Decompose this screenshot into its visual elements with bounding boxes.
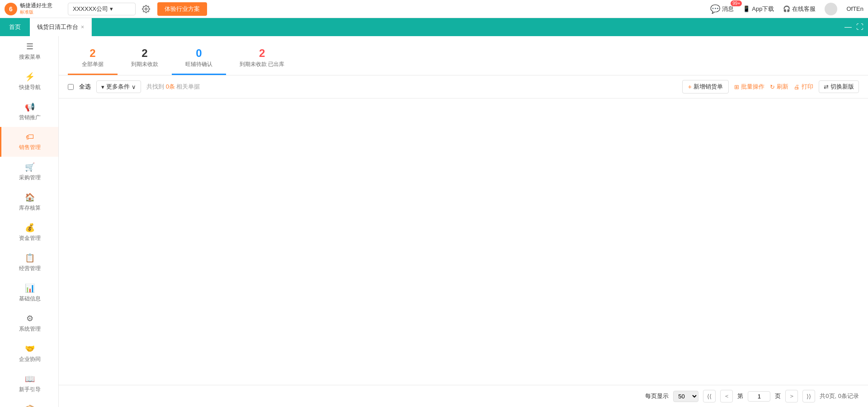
header-right: 💬 消息 99+ 📱 App下载 🎧 在线客服 OfTEn — [710, 3, 863, 15]
sidebar-item-quick-nav[interactable]: ⚡ 快捷导航 — [0, 66, 58, 97]
logo-icon: 6 — [5, 3, 17, 15]
chevron-down-icon: ▾ — [110, 5, 113, 12]
operation-icon: 📋 — [25, 253, 35, 263]
notification-area[interactable]: 💬 消息 99+ — [710, 4, 734, 14]
finance-icon: 💰 — [25, 223, 35, 233]
sidebar: ☰ 搜索菜单 ⚡ 快捷导航 📢 营销推广 🏷 销售管理 🛒 采购管理 🏠 库存核… — [0, 36, 59, 407]
toolbar: 全选 ▾ 更多条件 ∨ 共找到 0条 相关单据 + 新增销货单 ⊞ 批量操作 — [59, 75, 868, 98]
sidebar-label-inventory: 库存核算 — [19, 204, 41, 212]
table-area — [59, 98, 868, 385]
result-suffix: 相关单据 — [176, 83, 200, 90]
online-service-label: 在线客服 — [792, 5, 816, 13]
sidebar-item-guide[interactable]: 📖 新手引导 — [0, 369, 58, 399]
next-page-button[interactable]: ＞ — [785, 390, 798, 402]
chevron-icon: ∨ — [132, 84, 136, 90]
sidebar-item-operation[interactable]: 📋 经营管理 — [0, 248, 58, 278]
sidebar-item-finance[interactable]: 💰 资金管理 — [0, 217, 58, 248]
per-page-select[interactable]: 50 20 100 — [673, 391, 698, 402]
notification-icon: 💬 — [710, 4, 720, 14]
prev-page-button[interactable]: ＜ — [720, 390, 733, 402]
sidebar-item-sales[interactable]: 🏷 销售管理 — [0, 127, 58, 157]
logo-badge: 标准版 — [20, 9, 52, 15]
svg-point-0 — [145, 8, 147, 10]
company-name: XXXXXX公司 — [73, 5, 108, 13]
sidebar-label-quick-nav: 快捷导航 — [19, 84, 41, 91]
app-download-button[interactable]: 📱 App下载 — [743, 5, 774, 13]
stat-tab-all[interactable]: 2 全部单据 — [68, 43, 118, 75]
sidebar-item-purchase[interactable]: 🛒 采购管理 — [0, 157, 58, 187]
plus-icon: + — [688, 83, 692, 90]
page-input[interactable] — [748, 391, 770, 402]
refresh-button[interactable]: ↻ 刷新 — [770, 83, 788, 91]
tab-minimize-icon[interactable]: — — [844, 23, 852, 31]
last-page-button[interactable]: ⟩⟩ — [802, 390, 815, 402]
select-all-checkbox[interactable] — [68, 84, 74, 90]
user-avatar[interactable] — [825, 3, 837, 15]
stat-tab-overdue[interactable]: 2 到期未收款 — [118, 43, 172, 75]
print-button[interactable]: 🖨 打印 — [794, 83, 813, 91]
tab-workbench[interactable]: 钱货日清工作台 × — [30, 18, 92, 36]
mobile-icon: 📱 — [743, 5, 750, 12]
online-service-button[interactable]: 🎧 在线客服 — [783, 5, 816, 13]
tab-maximize-icon[interactable]: ⛶ — [856, 23, 863, 31]
experience-button[interactable]: 体验行业方案 — [157, 2, 207, 16]
main-layout: ☰ 搜索菜单 ⚡ 快捷导航 📢 营销推广 🏷 销售管理 🛒 采购管理 🏠 库存核… — [0, 36, 868, 407]
inventory-icon: 🏠 — [25, 192, 35, 202]
page-label: 第 — [737, 392, 743, 400]
switch-label: 切换新版 — [830, 83, 854, 91]
guide-icon: 📖 — [25, 374, 35, 384]
refresh-label: 刷新 — [777, 83, 788, 91]
stats-tabs: 2 全部单据 2 到期未收款 0 旺辅待确认 2 到期未收款 已出库 — [59, 36, 868, 75]
company-selector[interactable]: XXXXXX公司 ▾ — [68, 3, 136, 15]
sidebar-item-inventory[interactable]: 🏠 库存核算 — [0, 187, 58, 217]
switch-version-button[interactable]: ⇄ 切换新版 — [819, 80, 859, 93]
quick-nav-icon: ⚡ — [25, 72, 35, 82]
tab-home[interactable]: 首页 — [0, 18, 30, 36]
purchase-icon: 🛒 — [25, 162, 35, 172]
print-icon: 🖨 — [794, 84, 800, 90]
print-label: 打印 — [802, 83, 813, 91]
headset-icon: 🎧 — [783, 5, 790, 12]
stat-number-overdue: 2 — [142, 47, 147, 60]
first-page-button[interactable]: ⟨⟨ — [703, 390, 716, 402]
sidebar-item-base-info[interactable]: 📊 基础信息 — [0, 278, 58, 308]
system-icon: ⚙ — [26, 313, 33, 323]
filter-button[interactable]: ▾ 更多条件 ∨ — [96, 80, 141, 93]
page-suffix: 页 — [775, 392, 781, 400]
result-count: 0条 — [166, 83, 175, 90]
sidebar-label-system: 系统管理 — [19, 325, 41, 333]
sidebar-label-purchase: 采购管理 — [19, 174, 41, 182]
sidebar-label-finance: 资金管理 — [19, 234, 41, 242]
stat-tab-shipped[interactable]: 2 到期未收款 已出库 — [226, 43, 298, 75]
logo-area: 6 畅捷通好生意 标准版 — [5, 2, 63, 16]
add-sales-order-button[interactable]: + 新增销货单 — [682, 80, 729, 94]
marketing-icon: 📢 — [25, 102, 35, 112]
sidebar-item-app-center[interactable]: 📦 应用中心 — [0, 399, 58, 407]
sidebar-item-marketing[interactable]: 📢 营销推广 — [0, 97, 58, 127]
stat-number-shipped: 2 — [259, 47, 265, 60]
app-center-icon: 📦 — [25, 404, 35, 407]
sidebar-label-marketing: 营销推广 — [19, 114, 41, 122]
tab-workbench-label: 钱货日清工作台 — [37, 23, 78, 31]
filter-label: 更多条件 — [106, 83, 130, 91]
total-records: 共0页, 0条记录 — [820, 392, 859, 400]
sidebar-item-system[interactable]: ⚙ 系统管理 — [0, 308, 58, 338]
content-area: 2 全部单据 2 到期未收款 0 旺辅待确认 2 到期未收款 已出库 全选 ▾ … — [59, 36, 868, 407]
sidebar-item-enterprise[interactable]: 🤝 企业协同 — [0, 338, 58, 369]
notification-badge: 99+ — [731, 0, 742, 6]
batch-icon: ⊞ — [734, 84, 739, 90]
base-info-icon: 📊 — [25, 283, 35, 293]
batch-operation-button[interactable]: ⊞ 批量操作 — [734, 83, 764, 91]
logo-text: 畅捷通好生意 — [20, 2, 52, 9]
user-name[interactable]: OfTEn — [846, 5, 863, 12]
top-header: 6 畅捷通好生意 标准版 XXXXXX公司 ▾ 体验行业方案 💬 消息 99+ … — [0, 0, 868, 18]
settings-button[interactable] — [139, 2, 153, 16]
stat-label-all: 全部单据 — [82, 61, 104, 68]
select-all-label: 全选 — [79, 83, 91, 91]
tab-close-icon[interactable]: × — [81, 24, 84, 30]
refresh-icon: ↻ — [770, 84, 775, 90]
stat-tab-wangfu[interactable]: 0 旺辅待确认 — [172, 43, 226, 75]
sidebar-item-search-menu[interactable]: ☰ 搜索菜单 — [0, 36, 58, 66]
sales-icon: 🏷 — [26, 132, 34, 142]
app-download-label: App下载 — [752, 5, 774, 13]
